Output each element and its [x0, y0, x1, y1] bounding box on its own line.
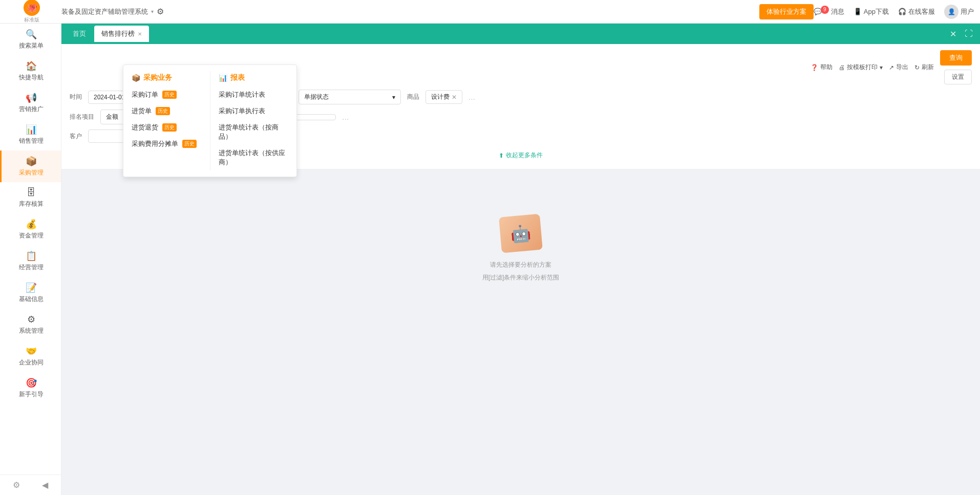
marketing-icon: 📢 — [26, 92, 37, 103]
topbar-right: 💬 9 消息 📱 App下载 🎧 在线客服 👤 用户 — [814, 5, 974, 19]
user-item[interactable]: 👤 用户 — [944, 5, 974, 19]
customer-label: 客户 — [70, 132, 82, 141]
logo-text: 标准版 — [24, 16, 39, 24]
purchase-header-icon: 📦 — [132, 74, 140, 82]
topbar: 🐙 标准版 装备及固定资产辅助管理系统 ▾ ⚙ 体验行业方案 💬 9 消息 📱 … — [0, 0, 980, 24]
sidebar-item-purchase[interactable]: 📦 采购管理 — [0, 150, 61, 182]
dropdown-item-inbound-by-supplier[interactable]: 进货单统计表（按供应商） — [215, 145, 293, 170]
system-title: 装备及固定资产辅助管理系统 ▾ ⚙ — [61, 7, 759, 16]
tab-bar-right: ✕ ⛶ — [947, 28, 976, 40]
main-layout: 🔍 搜索菜单 🏠 快捷导航 📢 营销推广 📊 销售管理 📦 采购管理 🗄 库存核… — [0, 24, 980, 495]
app-download-item[interactable]: 📱 App下载 — [854, 7, 889, 16]
dropdown-item-order-exec[interactable]: 采购订单执行表 — [215, 103, 293, 119]
inventory-icon: 🗄 — [27, 187, 36, 198]
settings-button[interactable]: 设置 — [944, 70, 972, 84]
sidebar-item-basicinfo[interactable]: 📝 基础信息 — [0, 277, 61, 309]
industry-btn[interactable]: 体验行业方案 — [759, 4, 814, 19]
goods-label: 商品 — [407, 93, 419, 101]
dropdown-item-expense[interactable]: 采购费用分摊单 历史 — [127, 136, 206, 152]
tab-expand-icon[interactable]: ⛶ — [962, 28, 976, 39]
message-item[interactable]: 💬 9 消息 — [814, 7, 844, 16]
home-icon: 🏠 — [26, 60, 37, 72]
empty-icon: 🤖 — [490, 210, 551, 256]
enterprise-icon: 🤝 — [26, 346, 37, 357]
dropdown-report-header: 📊 报表 — [215, 71, 293, 87]
dropdown-report-col: 📊 报表 采购订单统计表 采购订单执行表 进货单统计表（按商品） — [210, 71, 297, 170]
dropdown-arrow-icon[interactable]: ▾ — [151, 9, 154, 14]
dropdown-item-purchase-order[interactable]: 采购订单 历史 — [127, 87, 206, 103]
dropdown-purchase-header: 📦 采购业务 — [127, 71, 206, 87]
goods-dots[interactable]: ... — [468, 93, 475, 102]
purchase-icon: 📦 — [26, 156, 37, 167]
sidebar-item-search[interactable]: 🔍 搜索菜单 — [0, 24, 61, 55]
finance-icon: 💰 — [26, 219, 37, 230]
headset-icon: 🎧 — [898, 8, 906, 15]
export-icon: ↗ — [889, 64, 894, 71]
dropdown-item-inbound[interactable]: 进货单 历史 — [127, 103, 206, 119]
toolbar-right: ❓ 帮助 🖨 按模板打印 ▾ ↗ 导出 ↻ — [811, 50, 972, 84]
basicinfo-icon: 📝 — [26, 282, 37, 293]
operations-icon: 📋 — [26, 250, 37, 262]
print-arrow-icon[interactable]: ▾ — [880, 64, 883, 71]
status-select[interactable]: 单据状态 ▾ — [299, 90, 401, 104]
logo-icon: 🐙 — [24, 0, 40, 16]
tab-bar: 首页 销售排行榜 ✕ ✕ ⛶ — [61, 24, 980, 44]
dropdown-purchase-col: 📦 采购业务 采购订单 历史 进货单 历史 进货退货 — [123, 71, 210, 170]
print-btn[interactable]: 🖨 按模板打印 ▾ — [839, 63, 883, 72]
refresh-btn[interactable]: ↻ 刷新 — [914, 63, 934, 72]
return-badge: 历史 — [162, 123, 177, 132]
status-select-arrow: ▾ — [392, 94, 395, 101]
online-service-item[interactable]: 🎧 在线客服 — [898, 7, 935, 16]
page-body: ❓ 帮助 🖨 按模板打印 ▾ ↗ 导出 ↻ — [61, 44, 980, 495]
rank-label: 排名项目 — [70, 113, 94, 121]
goods-tag-close[interactable]: ✕ — [452, 94, 457, 101]
sidebar-item-inventory[interactable]: 🗄 库存核算 — [0, 182, 61, 213]
sidebar-item-newuser[interactable]: 🎯 新手引导 — [0, 372, 61, 404]
dropdown-item-order-stats[interactable]: 采购订单统计表 — [215, 87, 293, 103]
settings-icon[interactable]: ⚙ — [157, 7, 164, 16]
dropdown-menu: 📦 采购业务 采购订单 历史 进货单 历史 进货退货 — [123, 64, 297, 177]
tab-close-all-icon[interactable]: ✕ — [947, 28, 960, 40]
query-button[interactable]: 查询 — [940, 50, 972, 66]
tab-close-icon[interactable]: ✕ — [138, 31, 142, 37]
date-label: 时间 — [70, 93, 82, 101]
sidebar-item-marketing[interactable]: 📢 营销推广 — [0, 87, 61, 119]
sidebar-item-sales[interactable]: 📊 销售管理 — [0, 119, 61, 150]
system-icon: ⚙ — [27, 314, 35, 325]
phone-icon: 📱 — [854, 8, 862, 15]
purchase-order-badge: 历史 — [162, 91, 177, 99]
sidebar-item-operations[interactable]: 📋 经营管理 — [0, 245, 61, 277]
sidebar-item-enterprise[interactable]: 🤝 企业协同 — [0, 340, 61, 372]
salesman-dots[interactable]: ... — [342, 113, 349, 122]
avatar: 👤 — [944, 5, 958, 19]
empty-hint-2: 用[过滤]条件来缩小分析范围 — [482, 273, 560, 282]
tab-home[interactable]: 首页 — [66, 26, 93, 42]
sidebar-item-finance[interactable]: 💰 资金管理 — [0, 213, 61, 245]
help-icon: ❓ — [811, 64, 818, 71]
dropdown-item-inbound-by-goods[interactable]: 进货单统计表（按商品） — [215, 119, 293, 145]
sidebar-item-system[interactable]: ⚙ 系统管理 — [0, 309, 61, 340]
dropdown-item-return[interactable]: 进货退货 历史 — [127, 119, 206, 136]
help-btn[interactable]: ❓ 帮助 — [811, 63, 833, 72]
content-area: 首页 销售排行榜 ✕ ✕ ⛶ ❓ 帮助 — [61, 24, 980, 495]
inbound-badge: 历史 — [156, 107, 170, 115]
message-badge: 9 — [821, 6, 829, 14]
sidebar-collapse-icon[interactable]: ◀ — [42, 480, 48, 490]
empty-hint-1: 请先选择要分析的方案 — [490, 261, 551, 269]
export-btn[interactable]: ↗ 导出 — [889, 63, 908, 72]
sidebar: 🔍 搜索菜单 🏠 快捷导航 📢 营销推广 📊 销售管理 📦 采购管理 🗄 库存核… — [0, 24, 61, 495]
empty-state: 🤖 请先选择要分析的方案 用[过滤]条件来缩小分析范围 — [61, 169, 980, 323]
empty-illustration: 🤖 — [499, 214, 543, 253]
report-header-icon: 📊 — [219, 74, 227, 82]
logo: 🐙 标准版 — [6, 0, 57, 24]
tab-sales-rank[interactable]: 销售排行榜 ✕ — [94, 26, 149, 42]
newuser-icon: 🎯 — [26, 377, 37, 389]
sidebar-settings-icon[interactable]: ⚙ — [13, 480, 20, 490]
sidebar-bottom: ⚙ ◀ — [0, 475, 61, 495]
refresh-icon: ↻ — [914, 64, 920, 71]
sales-icon: 📊 — [26, 124, 37, 135]
sidebar-item-quicknav[interactable]: 🏠 快捷导航 — [0, 55, 61, 87]
expense-badge: 历史 — [182, 140, 197, 148]
collapse-up-icon: ⬆ — [499, 152, 504, 159]
search-icon: 🔍 — [26, 29, 37, 40]
